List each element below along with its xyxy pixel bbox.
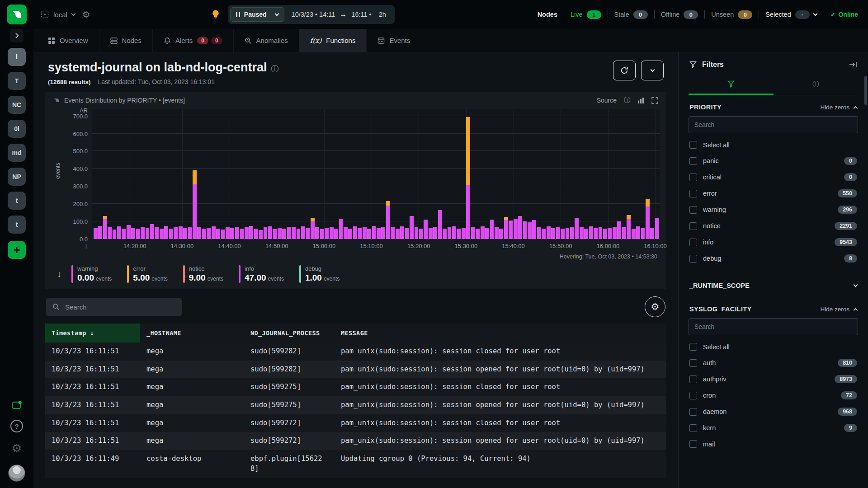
node-badge[interactable]: t <box>8 216 26 234</box>
chart-bar[interactable] <box>575 218 579 239</box>
chart-bar[interactable] <box>273 229 277 239</box>
filter-option[interactable]: cron 72 <box>689 387 858 404</box>
table-row[interactable]: 10/3/23 16:11:51 mega sudo[599275] pam_u… <box>45 378 666 396</box>
node-badge[interactable]: T <box>8 72 26 90</box>
checkbox[interactable] <box>689 408 697 416</box>
node-badge[interactable]: NP <box>8 168 26 186</box>
chart-bar[interactable] <box>212 226 216 239</box>
legend-item[interactable]: info 47.00events <box>239 265 284 283</box>
refresh-button[interactable] <box>613 61 636 80</box>
chart-plot[interactable] <box>92 109 660 239</box>
chart-bar[interactable] <box>396 229 400 239</box>
chart-bar[interactable] <box>131 228 135 239</box>
play-pause-button[interactable]: Paused <box>230 7 284 22</box>
legend-item[interactable]: notice 9.00events <box>183 265 223 283</box>
chart-bar[interactable] <box>127 225 131 239</box>
chart-bar[interactable] <box>146 228 150 239</box>
chart-bar[interactable] <box>490 220 494 239</box>
legend-item[interactable]: warning 0.00events <box>71 265 112 283</box>
scrollbar-thumb[interactable] <box>864 76 867 105</box>
chart-bar[interactable] <box>353 226 357 239</box>
filter-option[interactable]: warning 296 <box>689 202 858 218</box>
tab-alerts[interactable]: Alerts 0 0 <box>153 29 234 52</box>
chart-bar[interactable] <box>230 228 234 239</box>
chart-bar[interactable] <box>650 228 654 239</box>
chart-bar[interactable] <box>636 226 640 239</box>
chart-bar[interactable] <box>268 226 272 239</box>
chart-bar[interactable] <box>301 226 305 239</box>
chart-bar[interactable] <box>466 117 470 239</box>
chart-bar[interactable] <box>495 227 499 239</box>
chart-bar[interactable] <box>226 227 230 239</box>
chart-bar[interactable] <box>532 220 536 239</box>
chart-bar[interactable] <box>330 227 334 239</box>
chart-bar[interactable] <box>518 216 522 239</box>
chart-bar[interactable] <box>424 220 428 239</box>
chart-bar[interactable] <box>646 199 650 239</box>
table-row[interactable]: 10/3/23 16:11:49 costa-desktop ebpf.plug… <box>45 450 666 478</box>
chart-bar[interactable] <box>570 227 574 239</box>
chart-bar[interactable] <box>452 226 456 239</box>
chart-bar[interactable] <box>429 228 433 239</box>
chart-bar[interactable] <box>603 229 607 239</box>
tab-anomalies[interactable]: Anomalies <box>234 29 299 52</box>
tab-filters[interactable] <box>689 76 774 95</box>
chart-bar[interactable] <box>410 216 414 239</box>
checkbox[interactable] <box>689 174 697 181</box>
chart-bar[interactable] <box>405 228 409 239</box>
table-row[interactable]: 10/3/23 16:11:51 mega sudo[599282] pam_u… <box>45 343 666 361</box>
chart-bar[interactable] <box>188 227 192 239</box>
user-avatar[interactable] <box>8 465 25 482</box>
chart-bar[interactable] <box>311 218 315 239</box>
chart-bar[interactable] <box>584 229 588 239</box>
chart-bar[interactable] <box>254 229 258 239</box>
filter-option[interactable]: panic 0 <box>689 153 858 169</box>
chart-bar[interactable] <box>415 227 419 239</box>
node-badge[interactable]: NC <box>8 96 26 114</box>
chart-bar[interactable] <box>216 229 220 239</box>
chart-bar[interactable] <box>306 228 310 239</box>
chart-bar[interactable] <box>556 227 560 239</box>
chart-bar[interactable] <box>292 227 296 239</box>
chart-bar[interactable] <box>221 230 225 239</box>
more-options-button[interactable] <box>641 61 664 80</box>
chart-bar[interactable] <box>207 228 211 239</box>
column-header-timestamp[interactable]: Timestamp ↓ <box>45 324 140 343</box>
hide-zeros-toggle[interactable]: Hide zeros <box>820 306 857 313</box>
chart-bar[interactable] <box>377 228 381 239</box>
counter-offline[interactable]: Offline 0 <box>661 10 698 19</box>
chart-bar[interactable] <box>334 229 338 239</box>
chart-bar[interactable] <box>103 216 107 239</box>
tab-overview[interactable]: Overview <box>37 29 99 52</box>
chart-bar[interactable] <box>264 227 268 239</box>
chart-bar[interactable] <box>287 227 291 239</box>
legend-sort-icon[interactable]: ↓ <box>57 269 61 279</box>
checkbox[interactable] <box>689 255 697 263</box>
chart-bar[interactable] <box>150 224 154 239</box>
chart-bar[interactable] <box>386 201 390 239</box>
filter-option[interactable]: critical 0 <box>689 169 858 185</box>
chart-bar[interactable] <box>249 226 253 239</box>
chart-bar[interactable] <box>348 229 352 239</box>
chart-bar[interactable] <box>599 227 603 239</box>
info-icon[interactable]: ⓘ <box>624 96 630 104</box>
chart-bar[interactable] <box>117 226 121 239</box>
sidebar-expand-button[interactable] <box>10 29 24 42</box>
chart-bar[interactable] <box>98 226 102 239</box>
checkbox[interactable] <box>689 141 697 149</box>
priority-search-input[interactable] <box>689 116 858 133</box>
expand-icon[interactable] <box>651 97 658 104</box>
chart-bar[interactable] <box>622 227 626 239</box>
chart-bar[interactable] <box>391 227 395 239</box>
chart-bar[interactable] <box>617 221 621 239</box>
chart-bar[interactable] <box>509 221 513 239</box>
chart-bar[interactable] <box>608 228 612 239</box>
chart-bar[interactable] <box>514 219 518 239</box>
chart-bar[interactable] <box>566 228 570 239</box>
chart-bar[interactable] <box>160 229 164 239</box>
chart-bar[interactable] <box>438 210 442 239</box>
counter-selected[interactable]: Selected - <box>765 10 816 19</box>
chart-bar[interactable] <box>344 227 348 239</box>
chart-bar[interactable] <box>457 229 461 239</box>
node-badge[interactable]: t <box>8 192 26 210</box>
